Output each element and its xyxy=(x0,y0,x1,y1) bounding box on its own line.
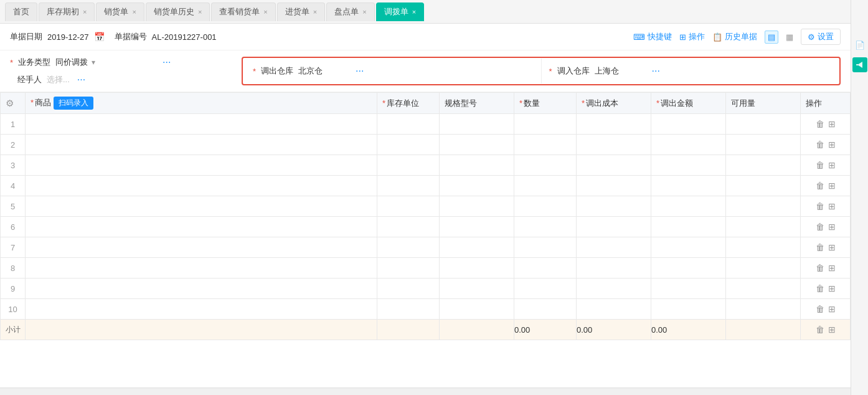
tab-sales-history[interactable]: 销货单历史 × xyxy=(146,2,210,21)
cell-unit[interactable] xyxy=(377,196,440,217)
cell-qty[interactable] xyxy=(514,299,577,320)
sidebar-share-icon[interactable] xyxy=(852,57,867,72)
close-icon[interactable]: × xyxy=(313,8,317,16)
cell-amount[interactable] xyxy=(651,237,726,258)
cell-cost[interactable] xyxy=(577,155,651,176)
cell-spec[interactable] xyxy=(440,176,514,196)
copy-icon[interactable]: ⊞ xyxy=(828,119,836,129)
close-icon[interactable]: × xyxy=(263,8,267,16)
layout1-icon[interactable]: ▤ xyxy=(765,31,778,44)
tab-inventory-init[interactable]: 库存期初 × xyxy=(39,2,95,21)
out-warehouse-more-btn[interactable]: ··· xyxy=(353,65,366,77)
cell-cost[interactable] xyxy=(577,278,651,299)
scan-button[interactable]: 扫码录入 xyxy=(54,97,93,110)
copy-icon[interactable]: ⊞ xyxy=(828,304,836,314)
operations-btn[interactable]: ⊞ 操作 xyxy=(679,31,705,42)
shortcut-btn[interactable]: ⌨ 快捷键 xyxy=(633,31,672,42)
cell-qty[interactable] xyxy=(514,176,577,196)
out-warehouse-value[interactable]: 北京仓 xyxy=(298,65,348,77)
cell-amount[interactable] xyxy=(651,176,726,196)
copy-icon[interactable]: ⊞ xyxy=(828,140,836,150)
close-icon[interactable]: × xyxy=(83,8,87,16)
th-gear[interactable]: ⚙ xyxy=(1,93,26,114)
history-btn[interactable]: 📋 历史单据 xyxy=(712,31,757,42)
handler-input[interactable]: 选择... xyxy=(47,74,70,85)
in-warehouse-value[interactable]: 上海仓 xyxy=(595,65,644,77)
cell-product[interactable] xyxy=(26,217,377,237)
delete-icon[interactable]: 🗑 xyxy=(816,242,824,252)
cell-spec[interactable] xyxy=(440,196,514,217)
tab-view-sales[interactable]: 查看销货单 × xyxy=(211,2,275,21)
cell-unit[interactable] xyxy=(377,217,440,237)
close-icon[interactable]: × xyxy=(362,8,366,16)
delete-icon[interactable]: 🗑 xyxy=(816,222,824,232)
cell-spec[interactable] xyxy=(440,217,514,237)
calendar-icon[interactable]: 📅 xyxy=(94,32,105,42)
delete-icon[interactable]: 🗑 xyxy=(816,304,824,314)
cell-unit[interactable] xyxy=(377,155,440,176)
cell-cost[interactable] xyxy=(577,135,651,155)
cell-unit[interactable] xyxy=(377,135,440,155)
cell-unit[interactable] xyxy=(377,237,440,258)
tab-sales-order[interactable]: 销货单 × xyxy=(96,2,144,21)
cell-unit[interactable] xyxy=(377,176,440,196)
cell-product[interactable] xyxy=(26,258,377,278)
cell-product[interactable] xyxy=(26,176,377,196)
cell-amount[interactable] xyxy=(651,155,726,176)
delete-icon[interactable]: 🗑 xyxy=(816,181,824,191)
cell-qty[interactable] xyxy=(514,114,577,135)
cell-cost[interactable] xyxy=(577,237,651,258)
cell-spec[interactable] xyxy=(440,278,514,299)
delete-icon[interactable]: 🗑 xyxy=(816,325,824,335)
cell-cost[interactable] xyxy=(577,114,651,135)
cell-unit[interactable] xyxy=(377,299,440,320)
cell-qty[interactable] xyxy=(514,237,577,258)
cell-unit[interactable] xyxy=(377,278,440,299)
cell-amount[interactable] xyxy=(651,114,726,135)
settings-button[interactable]: ⚙ 设置 xyxy=(801,29,841,45)
cell-qty[interactable] xyxy=(514,155,577,176)
delete-icon[interactable]: 🗑 xyxy=(816,160,824,170)
cell-product[interactable] xyxy=(26,135,377,155)
cell-spec[interactable] xyxy=(440,135,514,155)
tab-home[interactable]: 首页 xyxy=(5,2,37,21)
cell-cost[interactable] xyxy=(577,176,651,196)
layout2-icon[interactable]: ▦ xyxy=(786,32,793,42)
sidebar-doc-icon[interactable]: 📄 xyxy=(852,37,867,52)
business-type-select[interactable]: 同价调拨 ▾ xyxy=(55,57,155,68)
gear-icon[interactable]: ⚙ xyxy=(6,98,14,108)
copy-icon[interactable]: ⊞ xyxy=(828,181,836,191)
cell-product[interactable] xyxy=(26,299,377,320)
cell-spec[interactable] xyxy=(440,114,514,135)
cell-qty[interactable] xyxy=(514,217,577,237)
cell-amount[interactable] xyxy=(651,135,726,155)
cell-cost[interactable] xyxy=(577,258,651,278)
tab-stocktake[interactable]: 盘点单 × xyxy=(326,2,374,21)
copy-icon[interactable]: ⊞ xyxy=(828,283,836,293)
copy-icon[interactable]: ⊞ xyxy=(828,222,836,232)
cell-amount[interactable] xyxy=(651,278,726,299)
close-icon[interactable]: × xyxy=(132,8,136,16)
cell-spec[interactable] xyxy=(440,258,514,278)
scroll-area[interactable] xyxy=(0,388,851,395)
cell-spec[interactable] xyxy=(440,237,514,258)
cell-product[interactable] xyxy=(26,196,377,217)
cell-qty[interactable] xyxy=(514,196,577,217)
copy-icon[interactable]: ⊞ xyxy=(828,201,836,211)
cell-cost[interactable] xyxy=(577,217,651,237)
copy-icon[interactable]: ⊞ xyxy=(828,263,836,273)
handler-more-btn[interactable]: ··· xyxy=(75,74,88,85)
cell-spec[interactable] xyxy=(440,299,514,320)
cell-qty[interactable] xyxy=(514,258,577,278)
cell-qty[interactable] xyxy=(514,278,577,299)
copy-icon[interactable]: ⊞ xyxy=(828,242,836,252)
copy-icon[interactable]: ⊞ xyxy=(828,325,836,335)
business-type-more-btn[interactable]: ··· xyxy=(160,57,173,68)
cell-amount[interactable] xyxy=(651,196,726,217)
cell-cost[interactable] xyxy=(577,196,651,217)
cell-cost[interactable] xyxy=(577,299,651,320)
cell-product[interactable] xyxy=(26,155,377,176)
delete-icon[interactable]: 🗑 xyxy=(816,283,824,293)
cell-unit[interactable] xyxy=(377,114,440,135)
cell-amount[interactable] xyxy=(651,258,726,278)
